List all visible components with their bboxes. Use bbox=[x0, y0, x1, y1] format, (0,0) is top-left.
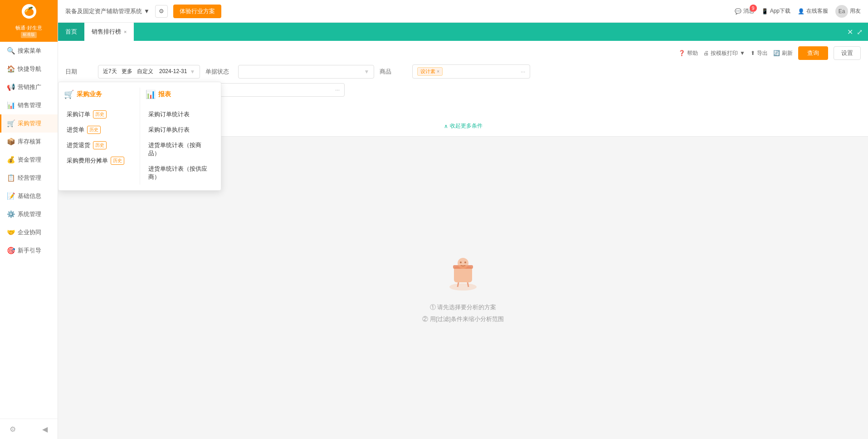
goods-select[interactable]: 设计素 × ··· bbox=[412, 64, 530, 79]
tab-home[interactable]: 首页 bbox=[58, 23, 84, 41]
sidebar-item-finance[interactable]: 💰 资金管理 bbox=[0, 151, 58, 169]
sidebar-footer: ⚙ ◀ bbox=[0, 419, 58, 439]
sidebar: 🍊 畅通·好生意 标准版 🔍 搜索菜单 🏠 快捷导航 📢 营销推广 📊 销售管理… bbox=[0, 0, 58, 439]
purchase-order-badge: 历史 bbox=[93, 110, 107, 118]
expense-label: 采购费用分摊单 bbox=[67, 157, 108, 165]
basic-icon: 📝 bbox=[7, 192, 15, 200]
topbar-settings-button[interactable]: ⚙ bbox=[155, 5, 168, 18]
guide-icon: 🎯 bbox=[7, 247, 15, 255]
print-label: 按模板打印 bbox=[711, 49, 738, 57]
tab-close-icon[interactable]: × bbox=[124, 29, 127, 35]
empty-illustration bbox=[440, 251, 486, 296]
order-exec-label: 采购订单执行表 bbox=[148, 126, 190, 134]
svg-point-5 bbox=[464, 261, 466, 263]
sidebar-item-purchase[interactable]: 🛒 采购管理 bbox=[0, 114, 58, 133]
report-col: 📊 报表 采购订单统计表 采购订单执行表 进货单统计表（按商品） 进货单统计表（… bbox=[140, 88, 221, 185]
online-service-item[interactable]: 👤 在线客服 bbox=[798, 7, 828, 15]
message-item[interactable]: 💬 消息 9 bbox=[735, 7, 754, 15]
export-btn[interactable]: ⬆ 导出 bbox=[751, 49, 768, 57]
tabbar-expand-icon[interactable]: ⤢ bbox=[857, 28, 863, 36]
sidebar-brand: 畅通·好生意 标准版 bbox=[0, 23, 58, 42]
empty-line2-text: 用[过滤]条件来缩小分析范围 bbox=[430, 316, 504, 322]
dropdown-item-order-stat[interactable]: 采购订单统计表 bbox=[146, 107, 216, 122]
sidebar-item-basic[interactable]: 📝 基础信息 bbox=[0, 187, 58, 205]
sidebar-label-finance: 资金管理 bbox=[18, 156, 41, 164]
help-icon: ❓ bbox=[678, 50, 685, 56]
main-content: 装备及固定资产辅助管理系统 ▼ ⚙ 体验行业方案 💬 消息 9 📱 App下载 … bbox=[58, 0, 868, 439]
order-stat-label: 采购订单统计表 bbox=[148, 110, 190, 118]
salesperson-select[interactable]: ··· bbox=[209, 83, 345, 97]
sales-icon: 📊 bbox=[7, 101, 15, 109]
sidebar-item-nav[interactable]: 🏠 快捷导航 bbox=[0, 60, 58, 78]
sidebar-item-sales[interactable]: 📊 销售管理 bbox=[0, 96, 58, 114]
system-title-select[interactable]: 装备及固定资产辅助管理系统 ▼ bbox=[65, 7, 150, 15]
finance-icon: 💰 bbox=[7, 156, 15, 164]
dropdown-item-inbound-by-supplier[interactable]: 进货单统计表（按供应商） bbox=[146, 161, 216, 185]
sidebar-menu: 🔍 搜索菜单 🏠 快捷导航 📢 营销推广 📊 销售管理 🛒 采购管理 📦 库存核… bbox=[0, 42, 58, 419]
purchase-icon: 🛒 bbox=[7, 119, 15, 128]
home-icon: 🏠 bbox=[7, 65, 15, 73]
sidebar-item-marketing[interactable]: 📢 营销推广 bbox=[0, 78, 58, 96]
sidebar-label-sales: 销售管理 bbox=[18, 101, 41, 109]
sidebar-label-inventory: 库存核算 bbox=[18, 138, 41, 146]
dropdown-item-purchase-order[interactable]: 采购订单 历史 bbox=[64, 107, 134, 122]
marketing-icon: 📢 bbox=[7, 83, 15, 91]
purchase-col: 🛒 采购业务 采购订单 历史 进货单 历史 进货退货 历史 采购费用分摊单 bbox=[59, 88, 140, 185]
voucher-status-label: 单据状态 bbox=[205, 68, 233, 76]
sidebar-item-operation[interactable]: 📋 经营管理 bbox=[0, 169, 58, 187]
tabbar-close-icon[interactable]: ✕ bbox=[847, 28, 853, 36]
sidebar-item-search[interactable]: 🔍 搜索菜单 bbox=[0, 42, 58, 60]
sidebar-item-inventory[interactable]: 📦 库存核算 bbox=[0, 133, 58, 151]
goods-tag-close[interactable]: × bbox=[437, 69, 439, 74]
tab-home-label: 首页 bbox=[65, 28, 77, 36]
help-btn[interactable]: ❓ 帮助 bbox=[678, 49, 698, 57]
voucher-status-dropdown: ▼ bbox=[364, 69, 369, 75]
report-col-title-text: 报表 bbox=[158, 90, 171, 99]
industry-btn[interactable]: 体验行业方案 bbox=[173, 5, 221, 18]
svg-point-4 bbox=[460, 261, 462, 263]
search-icon: 🔍 bbox=[7, 47, 15, 55]
inbound-by-goods-label: 进货单统计表（按商品） bbox=[148, 141, 213, 158]
brand-name: 畅通·好生意 bbox=[4, 25, 54, 31]
purchase-dropdown-menu: 🛒 采购业务 采购订单 历史 进货单 历史 进货退货 历史 采购费用分摊单 bbox=[58, 82, 221, 191]
dropdown-item-order-exec[interactable]: 采购订单执行表 bbox=[146, 122, 216, 138]
service-label: 在线客服 bbox=[806, 7, 828, 15]
dropdown-item-inbound-by-goods[interactable]: 进货单统计表（按商品） bbox=[146, 138, 216, 161]
collapse-label: 收起更多条件 bbox=[450, 122, 483, 130]
refresh-btn[interactable]: 🔄 刷新 bbox=[773, 49, 793, 57]
logo-icon: 🍊 bbox=[22, 4, 36, 19]
expense-badge: 历史 bbox=[111, 157, 124, 165]
svg-point-3 bbox=[458, 258, 468, 269]
app-download-item[interactable]: 📱 App下载 bbox=[761, 7, 790, 15]
return-badge: 历史 bbox=[93, 141, 107, 149]
topbar-right: 💬 消息 9 📱 App下载 👤 在线客服 Ea 用友 bbox=[735, 5, 861, 18]
sidebar-label-search: 搜索菜单 bbox=[18, 47, 41, 55]
settings-btn[interactable]: 设置 bbox=[834, 46, 861, 60]
inbound-badge: 历史 bbox=[87, 126, 101, 134]
dropdown-item-inbound[interactable]: 进货单 历史 bbox=[64, 122, 134, 138]
system-title: 装备及固定资产辅助管理系统 bbox=[65, 7, 142, 15]
dropdown-item-expense[interactable]: 采购费用分摊单 历史 bbox=[64, 153, 134, 168]
query-btn[interactable]: 查询 bbox=[798, 46, 828, 60]
sidebar-logo: 🍊 bbox=[0, 0, 58, 23]
date-range-select[interactable]: 近7天 更多 自定义 2024-12-31 ▼ bbox=[98, 65, 200, 79]
sidebar-label-cooperation: 企业协同 bbox=[18, 228, 41, 237]
sidebar-item-guide[interactable]: 🎯 新手引导 bbox=[0, 242, 58, 260]
print-btn[interactable]: 🖨 按模板打印 ▼ bbox=[703, 49, 745, 57]
footer-collapse-icon[interactable]: ◀ bbox=[39, 424, 50, 434]
tab-sales-rank[interactable]: 销售排行榜 × bbox=[84, 23, 134, 41]
goods-label: 商品 bbox=[380, 68, 407, 76]
refresh-icon: 🔄 bbox=[773, 50, 780, 56]
user-item[interactable]: Ea 用友 bbox=[835, 5, 861, 18]
dropdown-item-return[interactable]: 进货退货 历史 bbox=[64, 138, 134, 153]
service-icon: 👤 bbox=[798, 8, 805, 15]
refresh-label: 刷新 bbox=[782, 49, 793, 57]
topbar: 装备及固定资产辅助管理系统 ▼ ⚙ 体验行业方案 💬 消息 9 📱 App下载 … bbox=[58, 0, 868, 23]
voucher-status-select[interactable]: ▼ bbox=[238, 65, 374, 79]
tabbar: 首页 销售排行榜 × ✕ ⤢ bbox=[58, 23, 868, 41]
sidebar-item-cooperation[interactable]: 🤝 企业协同 bbox=[0, 223, 58, 242]
sidebar-item-system[interactable]: ⚙️ 系统管理 bbox=[0, 205, 58, 223]
collapse-up-icon: ∧ bbox=[444, 123, 448, 129]
filter-toolbar: ❓ 帮助 🖨 按模板打印 ▼ ⬆ 导出 🔄 刷新 查询 设置 bbox=[65, 46, 861, 60]
footer-settings-icon[interactable]: ⚙ bbox=[7, 424, 18, 434]
